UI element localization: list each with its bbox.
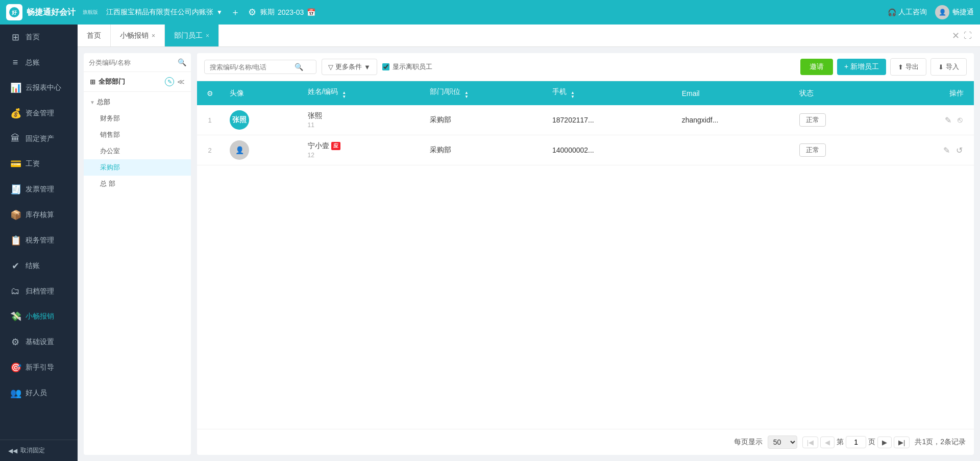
col-status: 状态	[792, 81, 887, 105]
tab-expense-label: 小畅报销	[120, 31, 149, 40]
sidebar-item-assets[interactable]: 🏛 固定资产	[0, 126, 78, 151]
page-nav: |◀ ◀ 第 页 ▶ ▶|	[802, 436, 910, 448]
edition-label: 旗舰版	[83, 9, 98, 16]
funds-icon: 💰	[10, 108, 20, 119]
first-page-btn[interactable]: |◀	[802, 436, 818, 448]
sidebar-item-tax[interactable]: 📋 税务管理	[0, 228, 78, 253]
all-dept-header[interactable]: ⊞ 全部部门 ✎ ≪	[84, 72, 191, 92]
sidebar-item-home[interactable]: ⊞ 首页	[0, 25, 78, 50]
dept-node-finance[interactable]: 财务部	[84, 110, 191, 127]
row2-refresh-icon[interactable]: ↺	[956, 145, 963, 155]
employee-search-input[interactable]	[210, 63, 291, 71]
invite-button[interactable]: 邀请	[800, 59, 833, 75]
row2-tag: 应	[331, 142, 340, 150]
tab-expense[interactable]: 小畅报销 ×	[111, 25, 165, 46]
user-area[interactable]: 👤 畅捷通	[935, 5, 974, 19]
sidebar-item-expense[interactable]: 💸 小畅报销	[0, 304, 78, 329]
dept-search-icon[interactable]: 🔍	[178, 58, 186, 66]
row1-logout-icon[interactable]: ⎋	[958, 115, 963, 125]
per-page-select[interactable]: 50 10 20 100	[768, 435, 797, 449]
dept-node-purchase[interactable]: 采购部	[84, 159, 191, 176]
period-area[interactable]: 账期 2023-03 📅	[260, 8, 315, 17]
sidebar-label-salary: 工资	[26, 159, 40, 168]
dept-tree: ▼ 总部 财务部 销售部 办公室 采购部	[84, 92, 191, 455]
checkout-icon: ✔	[10, 260, 20, 272]
sidebar-item-archive[interactable]: 🗂 归档管理	[0, 279, 78, 304]
tab-department-close[interactable]: ×	[206, 32, 209, 39]
add-button[interactable]: ＋	[231, 6, 240, 18]
row1-avatar: 张照	[223, 105, 301, 135]
company-selector[interactable]: 江西服宝精品有限责任公司内账张 ▼	[106, 8, 223, 17]
right-toolbar: 🔍 ▽ 更多条件 ▼ 显示离职员工 邀请 + 新增员工	[197, 53, 974, 81]
sidebar-item-invoice[interactable]: 🧾 发票管理	[0, 177, 78, 202]
row2-status-badge: 正常	[799, 143, 826, 157]
unpin-button[interactable]: ◀◀ 取消固定	[0, 440, 78, 461]
sidebar-item-funds[interactable]: 💰 资金管理	[0, 101, 78, 126]
filter-button[interactable]: ▽ 更多条件 ▼	[322, 59, 377, 75]
employee-search-icon[interactable]: 🔍	[295, 63, 303, 71]
left-panel: 🔍 ⊞ 全部部门 ✎ ≪ ▼ 总部 财务部	[84, 53, 191, 455]
dept-node-sales[interactable]: 销售部	[84, 127, 191, 143]
sidebar-item-reports[interactable]: 📊 云报表中心	[0, 75, 78, 101]
add-employee-button[interactable]: + 新增员工	[837, 59, 886, 75]
close-window-icon[interactable]: ✕	[952, 30, 960, 41]
sidebar-label-invoice: 发票管理	[26, 185, 54, 194]
sidebar-item-guide[interactable]: 🎯 新手引导	[0, 355, 78, 380]
sidebar-item-inventory[interactable]: 📦 库存核算	[0, 202, 78, 228]
unpin-label: 取消固定	[20, 446, 45, 455]
col-settings[interactable]: ⚙	[197, 81, 223, 105]
sidebar-item-checkout[interactable]: ✔ 结账	[0, 253, 78, 279]
sort-name-icon: ▲▼	[342, 91, 346, 99]
dept-header-actions: ✎ ≪	[165, 77, 185, 86]
sidebar-item-salary[interactable]: 💳 工资	[0, 151, 78, 177]
maximize-icon[interactable]: ⛶	[964, 31, 972, 40]
service-button[interactable]: 🎧 人工咨询	[888, 8, 927, 17]
next-page-btn[interactable]: ▶	[877, 436, 892, 448]
dept-node-office[interactable]: 办公室	[84, 143, 191, 159]
company-dropdown-icon: ▼	[216, 9, 223, 16]
dept-label-zongbu: 总部	[97, 98, 110, 107]
dept-node-zongbu[interactable]: ▼ 总部	[84, 94, 191, 110]
sidebar-item-general-ledger[interactable]: ≡ 总账	[0, 50, 78, 75]
current-page-input[interactable]	[846, 436, 866, 448]
dept-search-input[interactable]	[89, 59, 175, 66]
import-icon: ⬇	[938, 63, 944, 71]
col-phone[interactable]: 手机 ▲▼	[545, 81, 675, 105]
dept-label-office: 办公室	[100, 147, 120, 156]
sidebar-item-settings[interactable]: ⚙ 基础设置	[0, 329, 78, 355]
expand-icon-zongbu: ▼	[90, 100, 95, 105]
col-dept-position[interactable]: 部门/职位 ▲▼	[423, 81, 545, 105]
export-button[interactable]: ⬆ 导出	[890, 58, 926, 76]
col-name-code[interactable]: 姓名/编码 ▲▼	[301, 81, 423, 105]
employee-search-bar: 🔍	[204, 60, 316, 74]
sidebar-label-staff: 好人员	[26, 389, 47, 398]
dept-label-hq: 总 部	[100, 179, 115, 188]
last-page-btn[interactable]: ▶|	[894, 436, 910, 448]
dept-node-hq[interactable]: 总 部	[84, 176, 191, 192]
import-button[interactable]: ⬇ 导入	[930, 58, 967, 76]
prev-page-btn[interactable]: ◀	[820, 436, 835, 448]
tab-home[interactable]: 首页	[78, 25, 111, 46]
calendar-icon[interactable]: 📅	[307, 8, 315, 16]
show-resigned-label[interactable]: 显示离职员工	[382, 62, 432, 71]
row1-phone: 187202117...	[545, 105, 675, 135]
archive-icon: 🗂	[10, 286, 20, 297]
pagination-bar: 每页显示 50 10 20 100 |◀ ◀ 第 页 ▶ ▶|	[197, 429, 974, 455]
dept-label-finance: 财务部	[100, 114, 120, 123]
dept-label-sales: 销售部	[100, 130, 120, 139]
settings-icon[interactable]: ⚙	[248, 7, 256, 18]
tab-department-label: 部门员工	[174, 31, 203, 40]
row2-edit-icon[interactable]: ✎	[943, 145, 950, 155]
tab-department[interactable]: 部门员工 ×	[165, 25, 219, 46]
dept-search-area: 🔍	[84, 53, 191, 72]
dept-label-purchase: 采购部	[100, 163, 120, 172]
sort-phone-icon: ▲▼	[571, 91, 575, 99]
sidebar-item-staff[interactable]: 👥 好人员	[0, 380, 78, 406]
dept-collapse-btn[interactable]: ≪	[177, 78, 185, 86]
tab-expense-close[interactable]: ×	[152, 32, 155, 39]
row1-edit-icon[interactable]: ✎	[945, 115, 951, 125]
row1-dept: 采购部	[423, 105, 545, 135]
show-resigned-checkbox[interactable]	[382, 63, 389, 70]
app-name: 畅捷通好会计	[27, 7, 76, 18]
dept-add-btn[interactable]: ✎	[165, 77, 174, 86]
